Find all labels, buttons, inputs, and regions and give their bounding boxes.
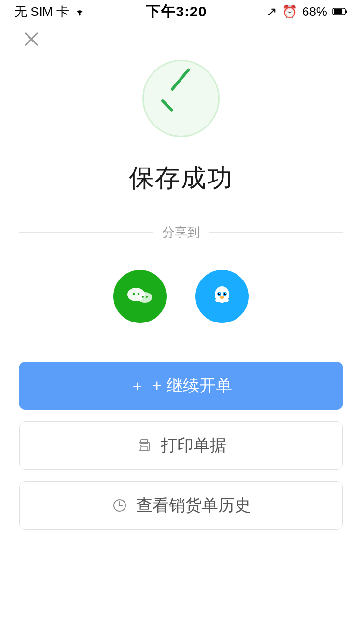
battery-icon bbox=[332, 4, 348, 19]
action-buttons: ＋ + 继续开单 打印单据 查看销货单历史 bbox=[0, 362, 362, 530]
success-icon-circle bbox=[142, 60, 220, 137]
share-qq-button[interactable] bbox=[195, 270, 249, 323]
print-icon bbox=[136, 437, 153, 454]
sim-label: 无 SIM 卡 bbox=[14, 3, 69, 20]
battery-label: 68% bbox=[302, 4, 327, 19]
divider-line-left bbox=[19, 232, 153, 233]
close-button[interactable] bbox=[19, 27, 43, 51]
svg-point-10 bbox=[142, 296, 144, 298]
svg-point-17 bbox=[218, 293, 221, 295]
share-label: 分享到 bbox=[162, 224, 200, 241]
wifi-icon bbox=[73, 4, 86, 19]
status-time: 下午3:20 bbox=[146, 2, 207, 22]
location-icon: ↗ bbox=[266, 4, 277, 19]
status-right: ↗ ⏰ 68% bbox=[266, 4, 348, 19]
checkmark-icon bbox=[162, 84, 200, 113]
status-left: 无 SIM 卡 bbox=[14, 3, 86, 20]
svg-point-21 bbox=[220, 296, 224, 299]
svg-point-18 bbox=[224, 293, 226, 295]
svg-point-11 bbox=[146, 296, 148, 298]
svg-point-13 bbox=[215, 298, 221, 302]
svg-point-7 bbox=[138, 292, 152, 303]
success-title: 保存成功 bbox=[129, 161, 233, 195]
share-divider: 分享到 bbox=[19, 224, 343, 241]
divider-line-right bbox=[209, 232, 343, 233]
svg-rect-2 bbox=[345, 10, 347, 13]
svg-rect-24 bbox=[141, 447, 148, 450]
history-button[interactable]: 查看销货单历史 bbox=[19, 481, 343, 530]
svg-rect-3 bbox=[334, 9, 342, 14]
print-label: 打印单据 bbox=[161, 434, 226, 457]
history-label: 查看销货单历史 bbox=[136, 494, 251, 517]
share-section: 分享到 bbox=[0, 224, 362, 337]
history-icon bbox=[111, 497, 128, 514]
svg-point-8 bbox=[133, 293, 135, 295]
continue-order-button[interactable]: ＋ + 继续开单 bbox=[19, 362, 343, 410]
svg-point-20 bbox=[225, 293, 226, 294]
svg-point-0 bbox=[79, 14, 80, 15]
svg-point-14 bbox=[223, 298, 229, 302]
status-bar: 无 SIM 卡 下午3:20 ↗ ⏰ 68% bbox=[0, 0, 362, 21]
share-icons bbox=[19, 265, 343, 337]
svg-point-19 bbox=[219, 293, 220, 294]
share-wechat-button[interactable] bbox=[113, 270, 167, 323]
main-content: 保存成功 分享到 bbox=[0, 21, 362, 530]
plus-icon: ＋ bbox=[130, 376, 144, 396]
continue-order-label: + 继续开单 bbox=[152, 375, 232, 397]
svg-point-25 bbox=[140, 445, 142, 447]
alarm-icon: ⏰ bbox=[282, 4, 297, 19]
print-button[interactable]: 打印单据 bbox=[19, 421, 343, 470]
svg-point-9 bbox=[138, 293, 140, 295]
